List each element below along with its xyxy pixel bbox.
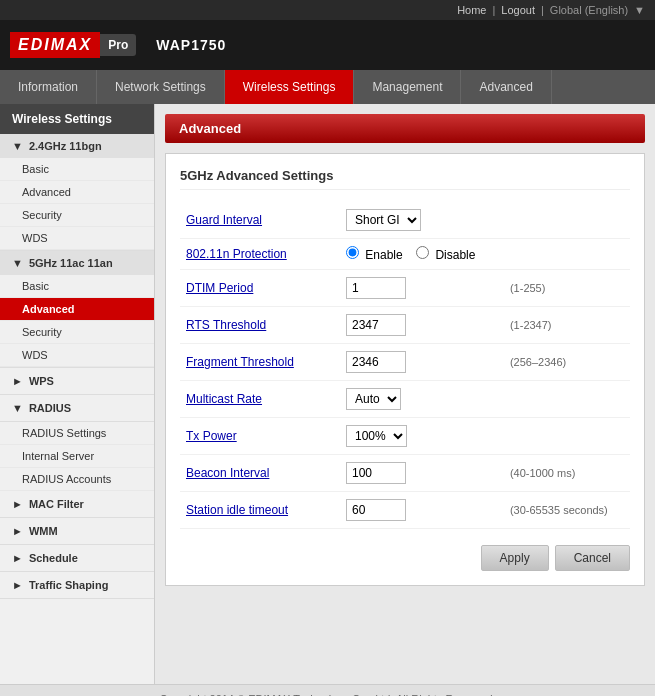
sidebar-item-security-5g[interactable]: Security: [0, 321, 154, 344]
field-station-idle-timeout: 60: [340, 492, 502, 529]
label-fragment-threshold[interactable]: Fragment Threshold: [180, 344, 340, 381]
button-row: Apply Cancel: [180, 545, 630, 571]
nav-information[interactable]: Information: [0, 70, 97, 104]
nav-network-settings[interactable]: Network Settings: [97, 70, 225, 104]
sidebar-item-schedule[interactable]: ► Schedule: [0, 545, 154, 572]
protection-enable-radio[interactable]: [346, 246, 359, 259]
sidebar-header: Wireless Settings: [0, 104, 154, 134]
arrow-icon-5ghz: ▼: [12, 257, 23, 269]
sidebar-item-advanced-5g[interactable]: Advanced: [0, 298, 154, 321]
sidebar-item-wds-5g[interactable]: WDS: [0, 344, 154, 367]
table-row: 802.11n Protection Enable Disable: [180, 239, 630, 270]
fragment-threshold-input[interactable]: 2346: [346, 351, 406, 373]
logo-pro: Pro: [100, 34, 136, 56]
table-row: Beacon Interval 100 (40-1000 ms): [180, 455, 630, 492]
table-row: Multicast Rate Auto 1 2 5.5 11: [180, 381, 630, 418]
label-dtim-period[interactable]: DTIM Period: [180, 270, 340, 307]
sidebar-item-advanced-2g[interactable]: Advanced: [0, 181, 154, 204]
sep2: |: [541, 4, 544, 16]
language-arrow-icon: ▼: [634, 4, 645, 16]
group-label-2ghz: 2.4GHz 11bgn: [29, 140, 102, 152]
sidebar-item-wmm[interactable]: ► WMM: [0, 518, 154, 545]
sidebar-item-basic-5g[interactable]: Basic: [0, 275, 154, 298]
arrow-icon-schedule: ►: [12, 552, 23, 564]
label-80211n-protection[interactable]: 802.11n Protection: [180, 239, 340, 270]
language-selector[interactable]: Global (English): [550, 4, 628, 16]
sidebar-item-internal-server[interactable]: Internal Server: [0, 445, 154, 468]
protection-enable-label: Enable: [365, 248, 402, 262]
arrow-icon-wps: ►: [12, 375, 23, 387]
logout-link[interactable]: Logout: [501, 4, 535, 16]
content-box-title: 5GHz Advanced Settings: [180, 168, 630, 190]
station-idle-timeout-input[interactable]: 60: [346, 499, 406, 521]
sidebar-group-5ghz: ▼ 5GHz 11ac 11an Basic Advanced Security…: [0, 251, 154, 368]
sidebar-item-traffic-shaping[interactable]: ► Traffic Shaping: [0, 572, 154, 599]
sidebar-item-basic-2g[interactable]: Basic: [0, 158, 154, 181]
logo: EDIMAX Pro: [10, 32, 136, 58]
label-station-idle-timeout[interactable]: Station idle timeout: [180, 492, 340, 529]
nav-management[interactable]: Management: [354, 70, 461, 104]
sidebar-group-title-5ghz[interactable]: ▼ 5GHz 11ac 11an: [0, 251, 154, 275]
label-beacon-interval[interactable]: Beacon Interval: [180, 455, 340, 492]
beacon-interval-input[interactable]: 100: [346, 462, 406, 484]
radius-label: RADIUS: [29, 402, 71, 414]
protection-disable-radio[interactable]: [416, 246, 429, 259]
main-layout: Wireless Settings ▼ 2.4GHz 11bgn Basic A…: [0, 104, 655, 684]
nav-advanced[interactable]: Advanced: [461, 70, 551, 104]
field-tx-power: 100% 75% 50% 25%: [340, 418, 502, 455]
sidebar-item-radius-settings[interactable]: RADIUS Settings: [0, 422, 154, 445]
model-name: WAP1750: [156, 37, 226, 53]
rts-threshold-input[interactable]: 2347: [346, 314, 406, 336]
label-multicast-rate[interactable]: Multicast Rate: [180, 381, 340, 418]
schedule-label: Schedule: [29, 552, 78, 564]
field-fragment-threshold: 2346: [340, 344, 502, 381]
rts-hint: (1-2347): [502, 307, 630, 344]
sidebar-item-wps[interactable]: ► WPS: [0, 368, 154, 395]
field-multicast-rate: Auto 1 2 5.5 11: [340, 381, 502, 418]
sep1: |: [492, 4, 495, 16]
arrow-icon-2ghz: ▼: [12, 140, 23, 152]
main-nav: Information Network Settings Wireless Se…: [0, 70, 655, 104]
field-80211n-protection: Enable Disable: [340, 239, 502, 270]
table-row: Tx Power 100% 75% 50% 25%: [180, 418, 630, 455]
table-row: Guard Interval Short GI Long GI: [180, 202, 630, 239]
arrow-icon-radius: ▼: [12, 402, 23, 414]
field-dtim-period: 1: [340, 270, 502, 307]
field-rts-threshold: 2347: [340, 307, 502, 344]
sidebar-item-radius-accounts[interactable]: RADIUS Accounts: [0, 468, 154, 491]
label-tx-power[interactable]: Tx Power: [180, 418, 340, 455]
sidebar-item-mac-filter[interactable]: ► MAC Filter: [0, 491, 154, 518]
apply-button[interactable]: Apply: [481, 545, 549, 571]
dtim-period-input[interactable]: 1: [346, 277, 406, 299]
content-header: Advanced: [165, 114, 645, 143]
arrow-icon-traffic: ►: [12, 579, 23, 591]
label-guard-interval[interactable]: Guard Interval: [180, 202, 340, 239]
tx-power-select[interactable]: 100% 75% 50% 25%: [346, 425, 407, 447]
table-row: RTS Threshold 2347 (1-2347): [180, 307, 630, 344]
mac-filter-label: MAC Filter: [29, 498, 84, 510]
top-bar: Home | Logout | Global (English) ▼: [0, 0, 655, 20]
label-rts-threshold[interactable]: RTS Threshold: [180, 307, 340, 344]
beacon-hint: (40-1000 ms): [502, 455, 630, 492]
home-link[interactable]: Home: [457, 4, 486, 16]
protection-disable-label: Disable: [435, 248, 475, 262]
sidebar-item-radius[interactable]: ▼ RADIUS: [0, 395, 154, 422]
wmm-label: WMM: [29, 525, 58, 537]
footer: Copyright 2014 © EDIMAX Technology Co., …: [0, 684, 655, 696]
station-hint: (30-65535 seconds): [502, 492, 630, 529]
sidebar-item-security-2g[interactable]: Security: [0, 204, 154, 227]
guard-interval-select[interactable]: Short GI Long GI: [346, 209, 421, 231]
multicast-rate-select[interactable]: Auto 1 2 5.5 11: [346, 388, 401, 410]
content-area: Advanced 5GHz Advanced Settings Guard In…: [155, 104, 655, 684]
traffic-shaping-label: Traffic Shaping: [29, 579, 108, 591]
field-beacon-interval: 100: [340, 455, 502, 492]
table-row: Station idle timeout 60 (30-65535 second…: [180, 492, 630, 529]
sidebar-group-title-2ghz[interactable]: ▼ 2.4GHz 11bgn: [0, 134, 154, 158]
sidebar-item-wds-2g[interactable]: WDS: [0, 227, 154, 250]
settings-table: Guard Interval Short GI Long GI 802.11n …: [180, 202, 630, 529]
group-label-5ghz: 5GHz 11ac 11an: [29, 257, 113, 269]
nav-wireless-settings[interactable]: Wireless Settings: [225, 70, 355, 104]
field-guard-interval: Short GI Long GI: [340, 202, 502, 239]
cancel-button[interactable]: Cancel: [555, 545, 630, 571]
content-box: 5GHz Advanced Settings Guard Interval Sh…: [165, 153, 645, 586]
